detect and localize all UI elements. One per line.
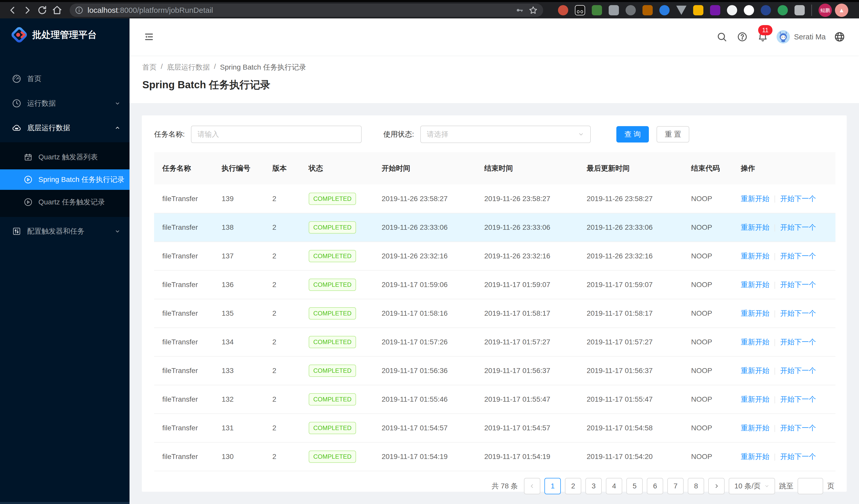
cell-start-time: 2019-11-17 01:55:46 bbox=[374, 385, 476, 414]
start-next-link[interactable]: 开始下一个 bbox=[780, 367, 816, 375]
app-logo-row[interactable]: 批处理管理平台 bbox=[0, 18, 130, 51]
start-next-link[interactable]: 开始下一个 bbox=[780, 195, 816, 203]
cell-exit-code: NOOP bbox=[683, 184, 733, 213]
user-menu[interactable]: Serati Ma bbox=[773, 30, 829, 44]
extension-icon[interactable] bbox=[659, 5, 669, 15]
language-globe-icon[interactable] bbox=[829, 18, 850, 55]
forward-icon[interactable] bbox=[21, 4, 33, 16]
reset-button[interactable]: 重 置 bbox=[657, 126, 689, 142]
sidebar-item-config-triggers-jobs[interactable]: 配置触发器和任务 bbox=[0, 221, 130, 242]
start-next-link[interactable]: 开始下一个 bbox=[780, 338, 816, 346]
next-page-button[interactable] bbox=[708, 478, 725, 494]
prev-page-button[interactable] bbox=[524, 478, 540, 494]
restart-link[interactable]: 重新开始 bbox=[741, 223, 769, 231]
extension-icon[interactable] bbox=[778, 5, 788, 15]
extension-icon[interactable] bbox=[744, 5, 754, 15]
extension-icon[interactable] bbox=[626, 5, 636, 15]
restart-link[interactable]: 重新开始 bbox=[741, 338, 769, 346]
back-icon[interactable] bbox=[7, 4, 18, 16]
cell-job-name: fileTransfer bbox=[154, 414, 213, 442]
extension-icon[interactable] bbox=[676, 6, 687, 15]
browser-update-icon[interactable]: ▲ bbox=[835, 4, 848, 17]
notification-bell-icon[interactable]: 11 bbox=[753, 18, 773, 55]
extension-icon[interactable] bbox=[761, 5, 771, 15]
cell-run-id: 135 bbox=[213, 299, 264, 328]
restart-link[interactable]: 重新开始 bbox=[741, 424, 769, 432]
start-next-link[interactable]: 开始下一个 bbox=[780, 223, 816, 231]
cell-actions: 重新开始开始下一个 bbox=[733, 213, 835, 242]
cell-run-id: 136 bbox=[213, 271, 264, 299]
extension-icon[interactable] bbox=[693, 5, 703, 15]
restart-link[interactable]: 重新开始 bbox=[741, 453, 769, 460]
address-bar[interactable]: localhost:8000/platform/jobRunDetail bbox=[70, 4, 543, 17]
cell-run-id: 130 bbox=[213, 442, 264, 471]
page-button-3[interactable]: 3 bbox=[585, 478, 602, 494]
cell-job-name: fileTransfer bbox=[154, 328, 213, 356]
menu-fold-icon[interactable] bbox=[141, 18, 157, 55]
extension-icon[interactable] bbox=[727, 5, 737, 15]
cell-run-id: 137 bbox=[213, 242, 264, 271]
start-next-link[interactable]: 开始下一个 bbox=[780, 453, 816, 460]
start-next-link[interactable]: 开始下一个 bbox=[780, 424, 816, 432]
home-icon[interactable] bbox=[51, 4, 63, 16]
extension-icon[interactable] bbox=[575, 5, 585, 15]
page-button-2[interactable]: 2 bbox=[565, 478, 581, 494]
extension-icon[interactable] bbox=[795, 5, 805, 15]
extension-icon[interactable] bbox=[558, 5, 568, 15]
restart-link[interactable]: 重新开始 bbox=[741, 252, 769, 260]
restart-link[interactable]: 重新开始 bbox=[741, 367, 769, 375]
extension-icon[interactable] bbox=[592, 5, 602, 15]
cell-start-time: 2019-11-26 23:33:06 bbox=[374, 213, 476, 242]
password-key-icon[interactable] bbox=[515, 6, 524, 15]
browser-profile-avatar[interactable]: 鲲鹏 bbox=[818, 4, 832, 17]
page-button-8[interactable]: 8 bbox=[688, 478, 704, 494]
page-button-7[interactable]: 7 bbox=[667, 478, 684, 494]
search-button[interactable]: 查 询 bbox=[616, 126, 649, 142]
extension-icon[interactable] bbox=[609, 5, 619, 15]
sidebar-item-quartz-fire-records[interactable]: Quartz 任务触发记录 bbox=[0, 192, 130, 212]
start-next-link[interactable]: 开始下一个 bbox=[780, 252, 816, 260]
search-icon[interactable] bbox=[711, 18, 732, 55]
restart-link[interactable]: 重新开始 bbox=[741, 281, 769, 289]
cell-exit-code: NOOP bbox=[683, 328, 733, 356]
breadcrumb-low-level[interactable]: 底层运行数据 bbox=[167, 62, 210, 72]
restart-link[interactable]: 重新开始 bbox=[741, 395, 769, 403]
cell-job-name: fileTransfer bbox=[154, 271, 213, 299]
jump-page-input[interactable] bbox=[798, 478, 823, 494]
job-run-table: 任务名称 执行编号 版本 状态 开始时间 结束时间 最后更新时间 结束代码 操作… bbox=[154, 152, 835, 471]
status-select[interactable]: 请选择 bbox=[420, 126, 591, 143]
reload-icon[interactable] bbox=[36, 4, 48, 16]
page-button-5[interactable]: 5 bbox=[626, 478, 643, 494]
sidebar-item-home[interactable]: 首页 bbox=[0, 68, 130, 89]
breadcrumb-home[interactable]: 首页 bbox=[142, 62, 157, 72]
sidebar-item-run-data[interactable]: 运行数据 bbox=[0, 93, 130, 113]
cell-end-time: 2019-11-17 01:58:17 bbox=[476, 299, 578, 328]
start-next-link[interactable]: 开始下一个 bbox=[780, 395, 816, 403]
page-button-4[interactable]: 4 bbox=[606, 478, 622, 494]
extension-icon[interactable] bbox=[710, 5, 720, 15]
cell-start-time: 2019-11-26 23:32:16 bbox=[374, 242, 476, 271]
start-next-link[interactable]: 开始下一个 bbox=[780, 309, 816, 317]
job-name-input[interactable] bbox=[191, 126, 362, 143]
page-button-1[interactable]: 1 bbox=[544, 478, 561, 494]
sidebar-item-spring-batch-records[interactable]: Spring Batch 任务执行记录 bbox=[0, 169, 130, 190]
status-badge: COMPLETED bbox=[309, 307, 356, 320]
site-info-icon[interactable] bbox=[75, 6, 84, 15]
sidebar-item-low-level-data[interactable]: 底层运行数据 bbox=[0, 118, 130, 138]
col-run-id: 执行编号 bbox=[213, 152, 264, 184]
restart-link[interactable]: 重新开始 bbox=[741, 195, 769, 203]
breadcrumb-separator: / bbox=[214, 62, 216, 72]
sidebar-item-quartz-trigger-list[interactable]: Quartz 触发器列表 bbox=[0, 147, 130, 167]
cell-end-time: 2019-11-17 01:59:07 bbox=[476, 271, 578, 299]
start-next-link[interactable]: 开始下一个 bbox=[780, 281, 816, 289]
extension-icon[interactable] bbox=[643, 5, 653, 15]
status-badge: COMPLETED bbox=[309, 279, 356, 291]
table-row: fileTransfer1342COMPLETED2019-11-17 01:5… bbox=[154, 328, 835, 356]
page-button-6[interactable]: 6 bbox=[647, 478, 663, 494]
bookmark-star-icon[interactable] bbox=[528, 5, 538, 15]
sidebar-trigger-bar[interactable] bbox=[0, 502, 130, 504]
action-divider bbox=[774, 224, 775, 231]
restart-link[interactable]: 重新开始 bbox=[741, 309, 769, 317]
page-size-select[interactable]: 10 条/页 bbox=[729, 478, 775, 494]
help-icon[interactable] bbox=[732, 18, 753, 55]
